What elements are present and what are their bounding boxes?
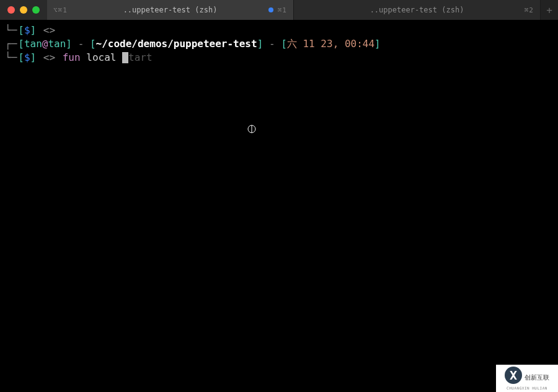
bracket-open: [ (18, 37, 24, 51)
tab-shortcut: ⌘2 (525, 6, 534, 14)
zoom-window-button[interactable] (32, 6, 40, 14)
autosuggestion: tart (128, 51, 153, 65)
bracket-close: ] (30, 24, 37, 37)
tab-title: ..uppeteer-test (zsh) (123, 6, 218, 14)
prompt-path: ~/code/demos/puppeteer-test (96, 37, 257, 51)
tab-bar: ⌥⌘1 ..uppeteer-test (zsh) ⌘1 ..uppeteer-… (47, 0, 541, 20)
tab-2[interactable]: ..uppeteer-test (zsh) ⌘2 (294, 0, 541, 20)
tab-title: ..uppeteer-test (zsh) (370, 6, 464, 14)
minimize-window-button[interactable] (20, 6, 27, 14)
plus-icon: + (546, 4, 552, 16)
bracket-close: ] (374, 37, 381, 51)
prompt-user: tan (24, 37, 42, 51)
prompt-at: @ (42, 37, 48, 51)
close-window-button[interactable] (7, 6, 15, 14)
bracket-close: ] (66, 37, 72, 51)
tab-shortcut: ⌘1 (278, 6, 287, 14)
prompt-branch-icon: └─ (5, 51, 17, 65)
watermark-brand-icon: X (505, 367, 522, 384)
prompt-line-prev: └─[$] <> (5, 24, 553, 37)
bracket-close: ] (30, 51, 37, 65)
bracket-open: [ (281, 37, 287, 51)
watermark-text-top: 创新互联 (525, 374, 549, 381)
bracket-open: [ (18, 51, 24, 65)
watermark-logo: X创新互联 CHUANGXIN HULIAN (496, 365, 558, 392)
svg-point-0 (248, 125, 255, 133)
mouse-cursor-ibeam-icon (247, 124, 257, 134)
prompt-symbol: <> (43, 24, 55, 37)
dollar-sign: $ (24, 51, 30, 65)
prompt-host: tan (48, 37, 66, 51)
prompt-symbol: <> (43, 51, 55, 65)
prompt-branch-icon: ┌─ (5, 37, 17, 51)
prompt-branch-icon: └─ (5, 24, 17, 37)
bracket-open: [ (90, 37, 96, 51)
window-controls (0, 0, 47, 20)
bracket-close: ] (257, 37, 264, 51)
watermark-text-bottom: CHUANGXIN HULIAN (507, 386, 547, 390)
titlebar: ⌥⌘1 ..uppeteer-test (zsh) ⌘1 ..uppeteer-… (0, 0, 558, 20)
command-input-word2[interactable]: local (81, 51, 122, 65)
tab-dirty-indicator-icon (268, 7, 273, 12)
prompt-datetime: 六 11 23, 00:44 (287, 37, 374, 51)
cursor-block-icon (122, 52, 128, 63)
command-input-word1[interactable]: fun (63, 51, 81, 65)
prompt-line-input: └─[$] <> fun local tart (5, 51, 553, 65)
new-tab-button[interactable]: + (541, 0, 558, 20)
prompt-line-top: ┌─[tan@tan] - [~/code/demos/puppeteer-te… (5, 37, 553, 51)
terminal-output[interactable]: └─[$] <> ┌─[tan@tan] - [~/code/demos/pup… (0, 20, 558, 68)
prompt-sep: - (72, 37, 90, 51)
prompt-sep: - (263, 37, 281, 51)
dollar-sign: $ (24, 24, 30, 37)
tab-shortcut-alt: ⌥⌘1 (53, 6, 68, 14)
bracket-open: [ (18, 24, 24, 37)
tab-1[interactable]: ⌥⌘1 ..uppeteer-test (zsh) ⌘1 (47, 0, 294, 20)
